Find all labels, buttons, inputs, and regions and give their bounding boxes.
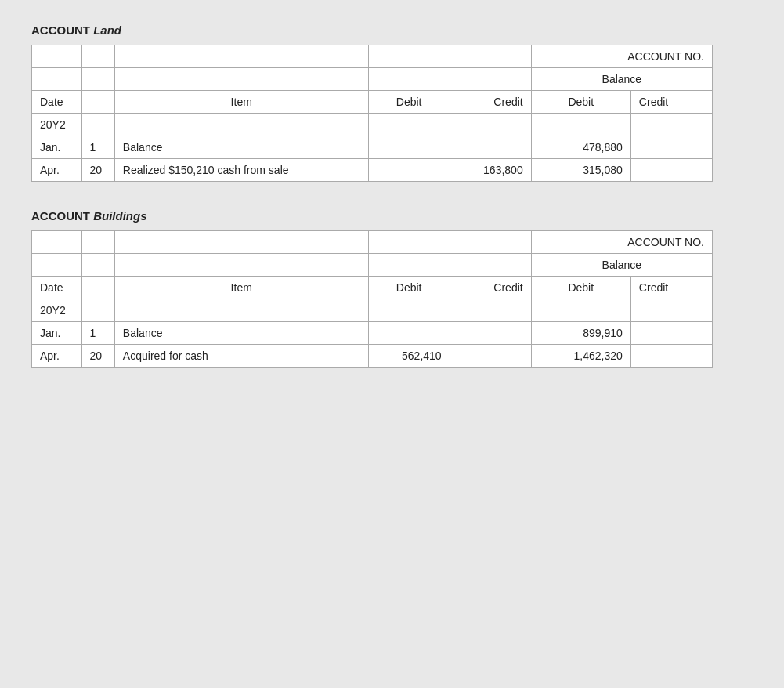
empty-cell — [81, 114, 114, 136]
row-bal-debit: 1,462,320 — [531, 345, 630, 368]
empty-cell — [114, 231, 368, 254]
empty-cell — [630, 114, 712, 136]
table-row-2: Apr. 20 Realized $150,210 cash from sale… — [32, 159, 713, 182]
column-headers-row: Date Item Debit Credit Debit Credit — [32, 277, 713, 299]
year-cell: 20Y2 — [32, 299, 82, 322]
row-debit — [368, 136, 450, 159]
empty-cell — [81, 254, 114, 277]
empty-cell — [368, 254, 450, 277]
col-header-credit: Credit — [450, 277, 531, 299]
balance-label: Balance — [531, 68, 712, 91]
empty-cell — [32, 231, 82, 254]
empty-cell — [450, 114, 531, 136]
row-debit: 562,410 — [368, 345, 450, 368]
empty-cell — [114, 45, 368, 68]
empty-cell — [450, 299, 531, 322]
row-ref: 1 — [81, 136, 114, 159]
table-row-1: Jan. 1 Balance 899,910 — [32, 322, 713, 345]
account-title-prefix: ACCOUNT — [31, 209, 93, 223]
empty-cell — [368, 45, 450, 68]
empty-cell — [114, 299, 368, 322]
empty-cell — [32, 45, 82, 68]
ledger-table-buildings: ACCOUNT NO. Balance Date Item Debit Cred… — [31, 230, 713, 368]
ledger-table-land: ACCOUNT NO. Balance Date Item Debit Cred… — [31, 45, 713, 182]
empty-cell — [81, 231, 114, 254]
row-bal-debit: 899,910 — [531, 322, 630, 345]
col-header-credit: Credit — [450, 91, 531, 114]
account-title-italic: Buildings — [93, 209, 146, 223]
row-date: Apr. — [32, 345, 82, 368]
col-header-date: Date — [32, 277, 82, 299]
empty-cell — [368, 68, 450, 91]
empty-cell — [81, 277, 114, 299]
empty-cell — [114, 68, 368, 91]
account-title-italic: Land — [93, 24, 121, 37]
col-header-item: Item — [114, 277, 368, 299]
row-bal-credit — [630, 159, 712, 182]
col-header-bal-credit: Credit — [630, 277, 712, 299]
row-item: Balance — [114, 322, 368, 345]
empty-cell — [368, 114, 450, 136]
col-header-date: Date — [32, 91, 82, 114]
column-headers-row: Date Item Debit Credit Debit Credit — [32, 91, 713, 114]
empty-cell — [450, 254, 531, 277]
row-bal-debit: 315,080 — [531, 159, 630, 182]
row-item: Acquired for cash — [114, 345, 368, 368]
table-row-1: Jan. 1 Balance 478,880 — [32, 136, 713, 159]
row-bal-credit — [630, 322, 712, 345]
header-row-account-no: ACCOUNT NO. — [32, 45, 713, 68]
row-bal-debit: 478,880 — [531, 136, 630, 159]
col-header-debit: Debit — [368, 277, 450, 299]
empty-cell — [450, 231, 531, 254]
row-credit: 163,800 — [450, 159, 531, 182]
col-header-debit: Debit — [368, 91, 450, 114]
col-header-item: Item — [114, 91, 368, 114]
empty-cell — [531, 114, 630, 136]
account-title-buildings: ACCOUNT Buildings — [31, 209, 753, 223]
row-ref: 20 — [81, 345, 114, 368]
row-ref: 1 — [81, 322, 114, 345]
empty-cell — [81, 299, 114, 322]
empty-cell — [32, 68, 82, 91]
empty-cell — [531, 299, 630, 322]
empty-cell — [630, 299, 712, 322]
row-ref: 20 — [81, 159, 114, 182]
table-row-0: 20Y2 — [32, 299, 713, 322]
col-header-bal-debit: Debit — [531, 91, 630, 114]
year-cell: 20Y2 — [32, 114, 82, 136]
row-item: Realized $150,210 cash from sale — [114, 159, 368, 182]
account-no-label: ACCOUNT NO. — [531, 45, 712, 68]
col-header-bal-debit: Debit — [531, 277, 630, 299]
empty-cell — [32, 254, 82, 277]
row-item: Balance — [114, 136, 368, 159]
empty-cell — [81, 91, 114, 114]
empty-cell — [368, 299, 450, 322]
empty-cell — [114, 114, 368, 136]
header-row-balance: Balance — [32, 68, 713, 91]
row-bal-credit — [630, 136, 712, 159]
empty-cell — [450, 68, 531, 91]
table-row-2: Apr. 20 Acquired for cash 562,410 1,462,… — [32, 345, 713, 368]
row-credit — [450, 136, 531, 159]
account-title-land: ACCOUNT Land — [31, 24, 753, 37]
account-section-buildings: ACCOUNT Buildings ACCOUNT NO. Balance Da… — [31, 209, 753, 368]
header-row-account-no: ACCOUNT NO. — [32, 231, 713, 254]
empty-cell — [368, 231, 450, 254]
empty-cell — [450, 45, 531, 68]
empty-cell — [81, 68, 114, 91]
row-date: Jan. — [32, 136, 82, 159]
col-header-bal-credit: Credit — [630, 91, 712, 114]
row-debit — [368, 322, 450, 345]
row-credit — [450, 345, 531, 368]
header-row-balance: Balance — [32, 254, 713, 277]
empty-cell — [81, 45, 114, 68]
row-debit — [368, 159, 450, 182]
account-title-prefix: ACCOUNT — [31, 24, 93, 37]
row-date: Apr. — [32, 159, 82, 182]
account-no-label: ACCOUNT NO. — [531, 231, 712, 254]
account-section-land: ACCOUNT Land ACCOUNT NO. Balance Date It… — [31, 24, 753, 182]
table-row-0: 20Y2 — [32, 114, 713, 136]
empty-cell — [114, 254, 368, 277]
row-date: Jan. — [32, 322, 82, 345]
balance-label: Balance — [531, 254, 712, 277]
